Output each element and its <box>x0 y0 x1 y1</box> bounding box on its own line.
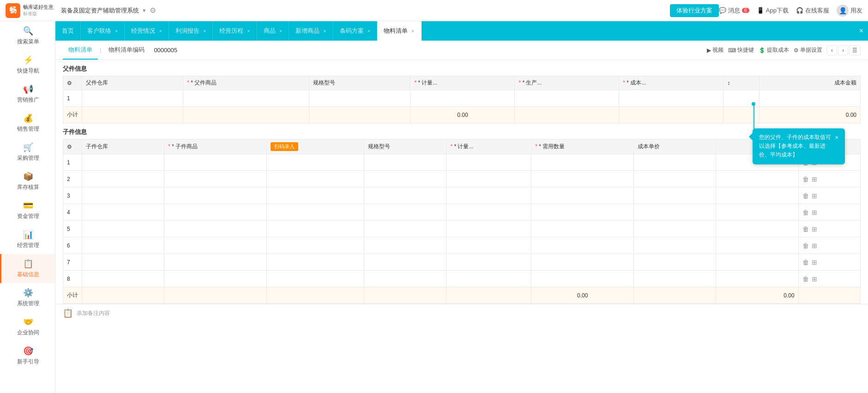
child-row-unit-cost-3[interactable] <box>634 187 716 204</box>
sidebar-item-collab[interactable]: 🤝 企业协同 <box>0 312 55 341</box>
child-row-scan-5[interactable] <box>267 221 364 237</box>
parent-row-qty-1[interactable] <box>410 90 515 107</box>
parent-row-cost-1[interactable] <box>619 90 723 107</box>
sidebar-item-finance[interactable]: 💳 资金管理 <box>0 196 55 225</box>
child-row-needed-4[interactable] <box>531 204 634 221</box>
copy-icon-5[interactable]: ⊞ <box>812 225 817 233</box>
parent-row-amount-1[interactable] <box>759 90 860 107</box>
child-row-goods-3[interactable] <box>164 187 267 204</box>
child-row-qty-1[interactable] <box>446 154 531 171</box>
child-row-goods-2[interactable] <box>164 171 267 187</box>
child-row-spec-4[interactable] <box>364 204 446 221</box>
child-row-spec-8[interactable] <box>364 271 446 287</box>
child-row-amount-6[interactable] <box>716 237 798 254</box>
child-row-scan-8[interactable] <box>267 271 364 287</box>
copy-icon-4[interactable]: ⊞ <box>812 209 817 216</box>
parent-row-spec-1[interactable] <box>309 90 410 107</box>
tab-operations[interactable]: 经营情况 × <box>125 21 169 41</box>
child-row-spec-5[interactable] <box>364 221 446 237</box>
shortcut-button[interactable]: ⌨ 快捷键 <box>728 46 754 54</box>
child-row-needed-7[interactable] <box>531 254 634 271</box>
sidebar-item-system[interactable]: ⚙️ 系统管理 <box>0 283 55 312</box>
child-row-warehouse-2[interactable] <box>82 171 164 187</box>
app-download-button[interactable]: 📱 App下载 <box>757 6 789 15</box>
parent-row-warehouse-1[interactable] <box>82 90 183 107</box>
child-row-unit-cost-7[interactable] <box>634 254 716 271</box>
tab-customer-close[interactable]: × <box>115 28 118 34</box>
notes-icon[interactable]: 📋 <box>63 308 73 318</box>
sidebar-item-sales[interactable]: 💰 销售管理 <box>0 109 55 138</box>
tab-newgoods-close[interactable]: × <box>323 28 326 34</box>
child-row-warehouse-1[interactable] <box>82 154 164 171</box>
child-row-qty-6[interactable] <box>446 237 531 254</box>
child-row-goods-4[interactable] <box>164 204 267 221</box>
child-row-spec-6[interactable] <box>364 237 446 254</box>
child-row-goods-7[interactable] <box>164 254 267 271</box>
child-row-unit-cost-6[interactable] <box>634 237 716 254</box>
child-row-warehouse-4[interactable] <box>82 204 164 221</box>
tab-newgoods[interactable]: 新增商品 × <box>289 21 333 41</box>
tab-customer[interactable]: 客户联络 × <box>81 21 125 41</box>
child-row-goods-1[interactable] <box>164 154 267 171</box>
gear-icon[interactable]: ⚙ <box>150 6 156 15</box>
tab-profit-close[interactable]: × <box>203 28 206 34</box>
copy-icon-7[interactable]: ⊞ <box>812 259 817 266</box>
tab-bom-close[interactable]: × <box>411 28 414 34</box>
tab-bom[interactable]: 物料清单 × <box>377 21 421 41</box>
child-row-scan-7[interactable] <box>267 254 364 271</box>
child-row-needed-6[interactable] <box>531 237 634 254</box>
sidebar-item-basic[interactable]: 📋 基础信息 <box>0 254 55 283</box>
child-row-goods-8[interactable] <box>164 271 267 287</box>
child-row-qty-7[interactable] <box>446 254 531 271</box>
child-row-amount-7[interactable] <box>716 254 798 271</box>
page-prev-btn[interactable]: ‹ <box>827 45 837 55</box>
child-row-needed-1[interactable] <box>531 154 634 171</box>
child-row-needed-3[interactable] <box>531 187 634 204</box>
child-row-unit-cost-4[interactable] <box>634 204 716 221</box>
child-row-qty-5[interactable] <box>446 221 531 237</box>
sidebar-item-guide[interactable]: 🎯 新手引导 <box>0 341 55 370</box>
delete-icon-5[interactable]: 🗑 <box>802 225 809 233</box>
tab-history-close[interactable]: × <box>247 28 250 34</box>
child-row-amount-2[interactable] <box>716 171 798 187</box>
copy-icon-8[interactable]: ⊞ <box>812 275 817 283</box>
settings-icon[interactable]: ⚙ <box>67 80 72 86</box>
single-setting-button[interactable]: ⚙ 单据设置 <box>794 46 822 54</box>
copy-icon-3[interactable]: ⊞ <box>812 192 817 200</box>
delete-icon-2[interactable]: 🗑 <box>802 175 809 183</box>
child-row-spec-2[interactable] <box>364 171 446 187</box>
tooltip-close-button[interactable]: × <box>835 133 838 143</box>
tab-operations-close[interactable]: × <box>159 28 162 34</box>
child-row-warehouse-7[interactable] <box>82 254 164 271</box>
child-row-scan-3[interactable] <box>267 187 364 204</box>
tab-goods[interactable]: 商品 × <box>257 21 289 41</box>
child-row-needed-2[interactable] <box>531 171 634 187</box>
child-row-amount-8[interactable] <box>716 271 798 287</box>
copy-icon-2[interactable]: ⊞ <box>812 175 817 183</box>
child-row-amount-5[interactable] <box>716 221 798 237</box>
delete-icon-8[interactable]: 🗑 <box>802 275 809 283</box>
child-row-qty-8[interactable] <box>446 271 531 287</box>
child-row-amount-4[interactable] <box>716 204 798 221</box>
scan-button[interactable]: 扫码录入 <box>271 142 298 151</box>
child-row-qty-4[interactable] <box>446 204 531 221</box>
message-button[interactable]: 💬 消息 6 <box>719 6 749 15</box>
sub-tab-bom-list[interactable]: 物料清单 <box>63 41 98 60</box>
sidebar-item-search[interactable]: 🔍 搜索菜单 <box>0 21 55 50</box>
child-row-warehouse-8[interactable] <box>82 271 164 287</box>
parent-row-prod-1[interactable] <box>515 90 619 107</box>
child-row-needed-8[interactable] <box>531 271 634 287</box>
child-settings-icon[interactable]: ⚙ <box>67 144 72 150</box>
tab-barcode[interactable]: 条码方案 × <box>333 21 377 41</box>
user-button[interactable]: 👤 用友 <box>837 5 862 17</box>
child-row-scan-1[interactable] <box>267 154 364 171</box>
delete-icon-3[interactable]: 🗑 <box>802 192 809 200</box>
child-row-spec-7[interactable] <box>364 254 446 271</box>
child-row-unit-cost-8[interactable] <box>634 271 716 287</box>
child-row-qty-2[interactable] <box>446 171 531 187</box>
child-row-unit-cost-2[interactable] <box>634 171 716 187</box>
child-row-unit-cost-1[interactable] <box>634 154 716 171</box>
child-row-scan-6[interactable] <box>267 237 364 254</box>
online-service-button[interactable]: 🎧 在线客服 <box>796 6 829 15</box>
child-row-scan-2[interactable] <box>267 171 364 187</box>
